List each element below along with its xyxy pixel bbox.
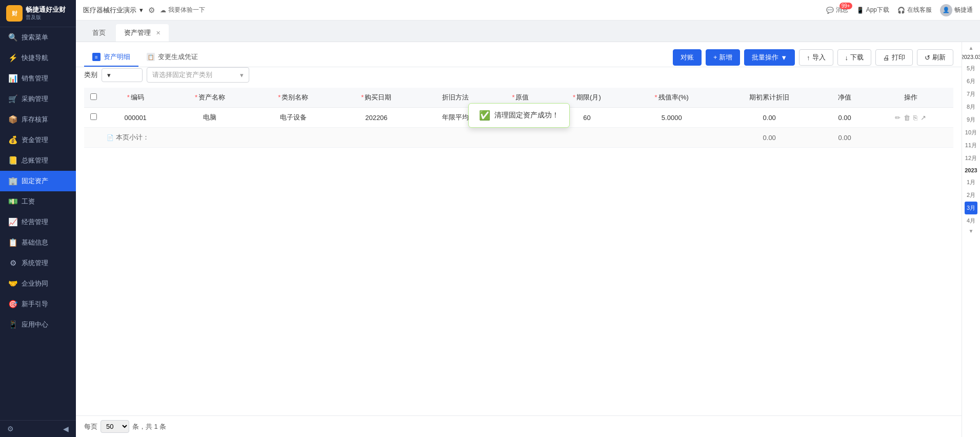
col-actions: 操作 [868, 88, 953, 108]
print-button[interactable]: 🖨 打印 [875, 49, 913, 66]
reconcile-button[interactable]: 对账 [673, 49, 702, 66]
experience-icon: ☁ [160, 7, 166, 14]
user-profile-btn[interactable]: 👤 畅捷通 [940, 4, 973, 16]
export-button[interactable]: ↑ 导入 [799, 49, 833, 66]
cal-year-label[interactable]: 2023 [965, 165, 977, 176]
support-icon: 🎧 [897, 7, 905, 14]
company-selector[interactable]: 医疗器械行业演示 ▾ [83, 6, 143, 15]
cal-month-9[interactable]: 9月 [965, 113, 977, 126]
online-support-btn[interactable]: 🎧 在线客服 [897, 6, 932, 14]
sidebar-item-search[interactable]: 🔍 搜索菜单 [0, 27, 76, 48]
cal-down-arrow[interactable]: ▼ [969, 227, 974, 235]
category-filter-select[interactable]: ▾ [102, 68, 143, 82]
tab-asset-management[interactable]: 资产管理 ✕ [116, 24, 169, 42]
content-area: ≡ 资产明细 📋 变更生成凭证 对账 + 新增 批量操作 ▼ ↑ [76, 42, 980, 437]
sidebar-item-label: 采购管理 [22, 94, 48, 104]
cal-up-arrow[interactable]: ▲ [969, 44, 974, 52]
subtotal-actions [868, 128, 953, 148]
cal-month-2[interactable]: 2月 [965, 189, 977, 202]
logo-sub: 普及版 [26, 14, 66, 21]
col-code: *编码 [103, 88, 168, 108]
cal-month-12[interactable]: 12月 [965, 152, 977, 165]
cal-month-5[interactable]: 5月 [965, 62, 977, 75]
cal-month-7[interactable]: 7月 [965, 88, 977, 101]
copy-icon[interactable]: ⎘ [913, 114, 917, 122]
sidebar-item-system[interactable]: ⚙ 系统管理 [0, 253, 76, 273]
cal-month-current[interactable]: 3月 [965, 202, 977, 214]
sidebar-item-basic-info[interactable]: 📋 基础信息 [0, 232, 76, 253]
sidebar-item-fixed-assets[interactable]: 🏢 固定资产 [0, 171, 76, 191]
sidebar-item-payroll[interactable]: 💵 工资 [0, 191, 76, 212]
tab-close-icon[interactable]: ✕ [156, 30, 161, 36]
sidebar-item-finance[interactable]: 💰 资金管理 [0, 130, 76, 150]
inventory-icon: 📦 [8, 115, 17, 124]
category-input-arrow: ▾ [240, 71, 244, 79]
sidebar-item-quick-nav[interactable]: ⚡ 快捷导航 [0, 48, 76, 68]
sidebar-item-ledger[interactable]: 📒 总账管理 [0, 150, 76, 171]
tab-home[interactable]: 首页 [84, 24, 114, 42]
sidebar-item-label: 资金管理 [22, 135, 48, 145]
cal-month-1[interactable]: 1月 [965, 176, 977, 189]
notifications-btn[interactable]: 💬 消息 99+ [826, 6, 848, 14]
cal-month-8[interactable]: 8月 [965, 101, 977, 113]
sidebar-item-label: 销售管理 [22, 74, 48, 83]
ledger-icon: 📒 [8, 156, 17, 165]
sidebar-item-label: 经营管理 [22, 217, 48, 227]
batch-button[interactable]: 批量操作 ▼ [744, 49, 795, 66]
inner-tab-voucher[interactable]: 📋 变更生成凭证 [138, 48, 206, 67]
cal-month-6[interactable]: 6月 [965, 75, 977, 88]
cal-month-4[interactable]: 4月 [965, 214, 977, 227]
quick-nav-icon: ⚡ [8, 53, 17, 63]
row-name: 电脑 [168, 108, 251, 128]
select-all-checkbox[interactable] [90, 93, 97, 100]
experience-btn[interactable]: ☁ 我要体验一下 [160, 6, 205, 14]
payroll-icon: 💵 [8, 197, 17, 206]
inner-tab-asset-detail[interactable]: ≡ 资产明细 [84, 48, 138, 67]
settings-bottom-icon[interactable]: ⚙ [7, 425, 14, 433]
main-area: 医疗器械行业演示 ▾ ⚙ ☁ 我要体验一下 💬 消息 99+ 📱 App下载 🎧… [76, 0, 980, 437]
sidebar-item-guide[interactable]: 🎯 新手引导 [0, 294, 76, 314]
system-icon: ⚙ [8, 259, 17, 268]
filter-row: 类别 ▾ 请选择固定资产类别 ▾ [76, 67, 962, 88]
sidebar-item-sales[interactable]: 📊 销售管理 [0, 68, 76, 89]
refresh-button[interactable]: ↺ 刷新 [917, 49, 953, 66]
sidebar-item-label: 固定资产 [22, 176, 48, 186]
sidebar-item-operations[interactable]: 📈 经营管理 [0, 212, 76, 232]
fixed-assets-icon: 🏢 [8, 176, 17, 186]
collapse-icon[interactable]: ◀ [63, 425, 69, 433]
search-icon: 🔍 [8, 33, 17, 42]
col-purchase-date: *购买日期 [335, 88, 418, 108]
sidebar-item-purchase[interactable]: 🛒 采购管理 [0, 89, 76, 109]
subtotal-row: 📄 本页小计： 0.00 0.00 [84, 128, 953, 148]
delete-icon[interactable]: 🗑 [904, 114, 910, 122]
sidebar-item-label: 新手引导 [22, 300, 48, 309]
basic-info-icon: 📋 [8, 238, 17, 247]
row-checkbox[interactable] [90, 113, 97, 120]
sidebar-logo: 财 畅捷通好业财 普及版 [0, 0, 76, 27]
voucher-icon: 📋 [147, 53, 155, 61]
cal-month-10[interactable]: 10月 [965, 126, 977, 139]
sidebar-item-inventory[interactable]: 📦 库存核算 [0, 109, 76, 130]
sidebar-item-enterprise[interactable]: 🤝 企业协同 [0, 273, 76, 294]
app-download-btn[interactable]: 📱 App下载 [856, 6, 889, 14]
topbar-settings-icon[interactable]: ⚙ [148, 6, 155, 15]
sidebar-item-label: 基础信息 [22, 238, 48, 247]
new-button[interactable]: + 新增 [706, 49, 740, 66]
edit-icon[interactable]: ✏ [895, 114, 901, 122]
cal-month-11[interactable]: 11月 [965, 139, 977, 152]
row-actions: ✏ 🗑 ⎘ ↗ [872, 114, 949, 122]
category-input-placeholder: 请选择固定资产类别 [152, 70, 212, 80]
toast-message: 清理固定资产成功！ [494, 111, 559, 120]
per-page-select[interactable]: 50 100 [101, 420, 129, 433]
row-residual-rate: 5.0000 [626, 108, 717, 128]
subtotal-label-cell: 📄 本页小计： [103, 128, 717, 148]
asset-detail-icon: ≡ [92, 53, 101, 61]
sidebar-item-apps[interactable]: 📱 应用中心 [0, 314, 76, 335]
download-button[interactable]: ↓ 下载 [837, 49, 872, 66]
category-filter-input[interactable]: 请选择固定资产类别 ▾ [147, 67, 249, 83]
logo-text-container: 畅捷通好业财 普及版 [26, 6, 66, 21]
subtotal-initial-accumulated: 0.00 [717, 128, 822, 148]
subtotal-checkbox-cell [84, 128, 103, 148]
row-initial-accumulated: 0.00 [717, 108, 822, 128]
more-icon[interactable]: ↗ [921, 114, 926, 122]
